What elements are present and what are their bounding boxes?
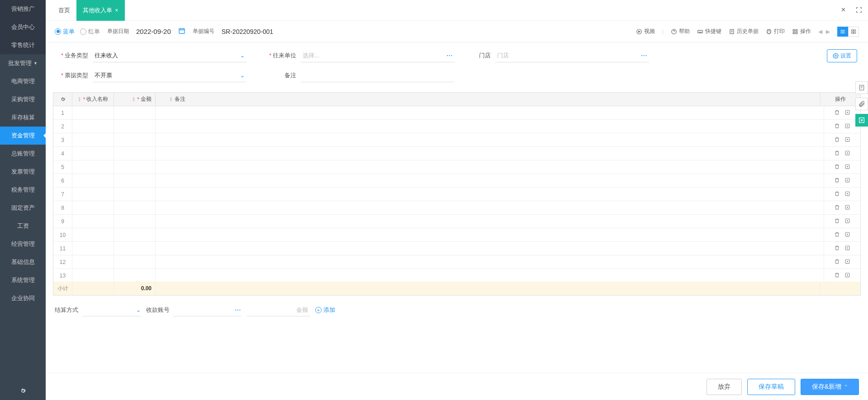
business-type-select[interactable]: 往来收入 ⌄: [93, 49, 247, 62]
table-row[interactable]: 7: [53, 188, 860, 201]
history-link[interactable]: 历史单据: [729, 28, 759, 35]
rail-expand-button[interactable]: [855, 114, 868, 127]
table-row[interactable]: 6: [53, 174, 860, 188]
delete-icon[interactable]: [834, 231, 840, 239]
add-row-icon[interactable]: [844, 259, 850, 266]
table-row[interactable]: 9: [53, 215, 860, 228]
table-row[interactable]: 10: [53, 228, 860, 242]
sidebar-item-1[interactable]: 会员中心: [0, 18, 46, 36]
delete-icon[interactable]: [834, 109, 840, 117]
table-row[interactable]: 13: [53, 269, 860, 282]
tab-other-income[interactable]: 其他收入单×: [76, 0, 125, 21]
sidebar-item-16[interactable]: 企业协同: [0, 289, 46, 307]
operate-link[interactable]: 操作: [792, 28, 811, 35]
table-row[interactable]: 12: [53, 255, 860, 269]
add-row-icon[interactable]: [844, 177, 850, 184]
amount-input[interactable]: 金额: [247, 304, 310, 316]
table-row[interactable]: 8: [53, 201, 860, 215]
add-row-icon[interactable]: [844, 231, 850, 239]
sidebar-item-0[interactable]: 营销推广: [0, 0, 46, 18]
radio-blue[interactable]: 蓝单: [55, 28, 75, 36]
sidebar-item-8[interactable]: 总账管理: [0, 145, 46, 163]
rail-note-button[interactable]: [855, 81, 868, 94]
add-row-icon[interactable]: [844, 109, 850, 117]
header-remark[interactable]: ▲▼ 备注: [156, 93, 821, 106]
svg-rect-9: [851, 29, 853, 31]
prev-icon[interactable]: ◀: [818, 28, 822, 35]
table-row[interactable]: 2: [53, 120, 860, 133]
invoice-type-select[interactable]: 不开票 ⌄: [93, 69, 247, 82]
delete-icon[interactable]: [834, 136, 840, 144]
add-row-icon[interactable]: [844, 204, 850, 212]
rail-attach-button[interactable]: [855, 98, 868, 110]
delete-icon[interactable]: [834, 191, 840, 198]
delete-icon[interactable]: [834, 218, 840, 225]
header-gear[interactable]: [53, 93, 72, 106]
close-all-icon[interactable]: ✕: [841, 6, 849, 14]
header-name[interactable]: ▲▼ *收入名称: [72, 93, 114, 106]
add-button[interactable]: + 添加: [315, 306, 335, 314]
subtotal-label: 小计: [53, 282, 72, 295]
save-new-button[interactable]: 保存&新增⌃: [801, 379, 859, 395]
sidebar-item-5[interactable]: 采购管理: [0, 90, 46, 108]
table-row[interactable]: 1: [53, 106, 860, 120]
date-value[interactable]: 2022-09-20: [136, 28, 171, 35]
add-row-icon[interactable]: [844, 150, 850, 157]
calendar-icon[interactable]: [178, 27, 185, 36]
plus-icon: +: [315, 307, 322, 313]
fullscreen-icon[interactable]: [855, 6, 863, 14]
view-card-button[interactable]: [848, 27, 859, 37]
sidebar-item-10[interactable]: 税务管理: [0, 181, 46, 199]
delete-icon[interactable]: [834, 164, 840, 171]
view-list-button[interactable]: [837, 27, 848, 37]
add-row-icon[interactable]: [844, 272, 850, 279]
sidebar-item-7[interactable]: 资金管理: [0, 127, 46, 145]
sidebar-item-4[interactable]: 电商管理: [0, 72, 46, 90]
delete-icon[interactable]: [834, 123, 840, 130]
delete-icon[interactable]: [834, 150, 840, 157]
setting-button[interactable]: 设置: [827, 49, 857, 62]
delete-icon[interactable]: [834, 259, 840, 266]
header-amount[interactable]: ▲▼ *金额: [114, 93, 156, 106]
store-select[interactable]: 门店 ···: [495, 49, 649, 62]
delete-icon[interactable]: [834, 272, 840, 279]
sidebar-item-6[interactable]: 库存核算: [0, 108, 46, 127]
sidebar-item-14[interactable]: 基础信息: [0, 253, 46, 271]
print-link[interactable]: 打印: [766, 28, 785, 35]
partner-select[interactable]: 选择... ···: [301, 49, 455, 62]
history-icon: [729, 28, 735, 35]
sidebar-item-13[interactable]: 经营管理: [0, 235, 46, 253]
delete-icon[interactable]: [834, 204, 840, 212]
sidebar-item-12[interactable]: 工资: [0, 217, 46, 235]
add-row-icon[interactable]: [844, 218, 850, 225]
add-row-icon[interactable]: [844, 123, 850, 130]
sidebar-item-9[interactable]: 发票管理: [0, 163, 46, 181]
add-row-icon[interactable]: [844, 136, 850, 144]
add-row-icon[interactable]: [844, 191, 850, 198]
sidebar-settings[interactable]: [0, 382, 46, 400]
help-link[interactable]: 帮助: [671, 28, 690, 35]
video-link[interactable]: 视频: [636, 28, 655, 35]
account-select[interactable]: ···: [173, 304, 241, 316]
sidebar-item-15[interactable]: 系统管理: [0, 271, 46, 289]
settle-method-select[interactable]: ⌄: [82, 304, 141, 316]
remark-input[interactable]: [301, 69, 455, 82]
close-icon[interactable]: ×: [115, 7, 119, 14]
radio-red[interactable]: 红单: [80, 28, 100, 36]
table-row[interactable]: 3: [53, 133, 860, 147]
add-row-icon[interactable]: [844, 245, 850, 252]
delete-icon[interactable]: [834, 245, 840, 252]
save-draft-button[interactable]: 保存草稿: [747, 379, 795, 395]
shortcut-link[interactable]: 快捷键: [697, 28, 721, 35]
add-row-icon[interactable]: [844, 164, 850, 171]
next-icon[interactable]: ▶: [826, 28, 830, 35]
sidebar-item-3[interactable]: 批发管理▼: [0, 54, 46, 72]
sidebar-item-2[interactable]: 零售统计: [0, 36, 46, 54]
table-row[interactable]: 11: [53, 242, 860, 255]
tab-home[interactable]: 首页: [52, 0, 76, 21]
delete-icon[interactable]: [834, 177, 840, 184]
sidebar-item-11[interactable]: 固定资产: [0, 199, 46, 217]
table-row[interactable]: 5: [53, 160, 860, 174]
table-row[interactable]: 4: [53, 147, 860, 160]
abandon-button[interactable]: 放弃: [707, 379, 742, 395]
